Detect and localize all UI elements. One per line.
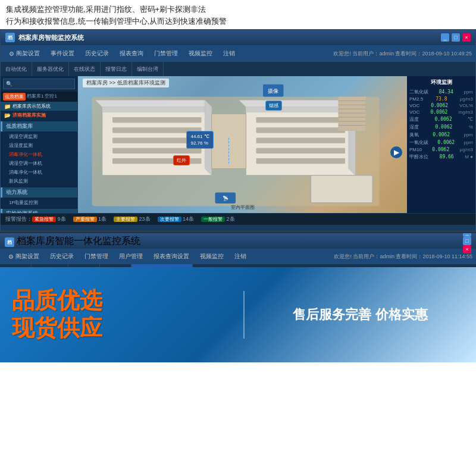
env-row-voc1: VOC 0.0062 VOL% xyxy=(409,103,473,108)
tab-air-ctrl[interactable]: 空控1 xyxy=(45,93,57,101)
menu-tab-auto[interactable]: 自动优化 xyxy=(1,62,32,76)
nav2-item-label: 阁架设置 xyxy=(15,252,39,261)
alarm-badge: 严重报警 1条 xyxy=(73,215,107,223)
nav-item-label: 门禁管理 xyxy=(154,49,178,58)
sidebar-item-system[interactable]: 📁 档案库房示范系统 xyxy=(1,102,77,111)
tab-archive-demo[interactable]: 档案库1 xyxy=(27,93,43,101)
nav2-item-door[interactable]: 门禁管理 xyxy=(80,251,113,262)
close-button[interactable]: × xyxy=(462,33,471,42)
promo-right-text: 售后服务完善 价格实惠 xyxy=(250,306,470,324)
breadcrumb: 档案库房 >> 低质档案库环境监测 xyxy=(83,79,169,87)
sidebar-item-purify1[interactable]: 消毒净化一体机 xyxy=(5,150,77,159)
alarm-items: 紧急报警 9条 严重报警 1条 主要报警 23条 次要报警 14条 一般报警 2… xyxy=(32,215,235,223)
sidebar-item-humidity-machine[interactable]: 调湿空调一体机 xyxy=(5,159,77,168)
title-left-2: 档 档案库房智能一体化监控系统 xyxy=(5,235,140,248)
app-title-1: 档案库房智能监控系统 xyxy=(18,33,84,42)
env-row-temp: 温度 0.0062 ℃ xyxy=(409,116,473,123)
top-text-area: 集成视频监控管理功能,采用进门指纹、密码+刷卡探测非法 行为和接收报警信息,统一… xyxy=(0,0,476,29)
map-legend: 室内平面图 xyxy=(231,204,255,211)
svg-rect-18 xyxy=(256,138,346,143)
svg-rect-16 xyxy=(256,117,346,123)
sidebar-item-ventilation[interactable]: 新风监测 xyxy=(5,177,77,186)
nav2-item-label: 用户管理 xyxy=(119,252,143,261)
svg-rect-20 xyxy=(256,158,346,164)
ir-label: 红外 xyxy=(177,158,186,163)
sidebar-item-humidity-ctrl[interactable]: 调湿空调监测 xyxy=(5,132,77,141)
nav-bar-1: ⚙ 阁架设置 事件设置 历史记录 报表查询 门禁管理 视频监控 注销 欢迎您! … xyxy=(1,45,475,62)
title-bar-1: 档 档案库房智能监控系统 _ □ × xyxy=(1,30,475,45)
sidebar-item-power[interactable]: 1F电量监控测 xyxy=(5,198,77,207)
app-logo-icon-2: 档 xyxy=(5,237,14,247)
env-monitoring-panel: 环境监测 二氧化碳 84.34 ppm PM2.5 73.8 μg/m3 VOC… xyxy=(407,76,475,213)
env-row-co: 一氧化碳 0.0062 ppm xyxy=(409,139,473,146)
nav-item-label: 报表查询 xyxy=(120,49,143,58)
svg-rect-10 xyxy=(311,176,373,203)
nav-item-event[interactable]: 事件设置 xyxy=(46,48,79,59)
alarm-status-bar: 报警报告： 紧急报警 9条 严重报警 1条 主要报警 23条 次要报警 14条 … xyxy=(1,213,475,225)
nav-item-video[interactable]: 视频监控 xyxy=(184,48,217,59)
inner-screenshot-2: 档 档案库房智能一体化监控系统 _ □ × ⚙ 阁架设置 历史记录 门禁管理 用… xyxy=(0,233,476,266)
nav-item-report[interactable]: 报表查询 xyxy=(115,48,148,59)
gear-icon: ⚙ xyxy=(9,51,14,57)
minimize-button-2[interactable]: _ xyxy=(463,231,471,237)
promo-left: 品质优选 现货供应 xyxy=(0,281,243,347)
nav2-item-label: 门禁管理 xyxy=(84,252,108,261)
left-sidebar: 低质档案 档案库1 空控1 📁 档案库房示范系统 📂 济南档案库实施 低质档案库… xyxy=(1,76,78,213)
screenshot-2: 档 档案库房智能一体化监控系统 _ □ × ⚙ 阁架设置 历史记录 门禁管理 用… xyxy=(0,231,476,362)
svg-rect-14 xyxy=(112,148,202,154)
alarm-badge: 次要报警 14条 xyxy=(158,215,195,223)
sidebar-item-temp-humidity[interactable]: 温湿度监测 xyxy=(5,141,77,150)
env-panel-title: 环境监测 xyxy=(409,79,473,86)
title-left: 档 档案库房智能监控系统 xyxy=(5,33,84,42)
nav2-item-video[interactable]: 视频监控 xyxy=(195,251,228,262)
window-controls: _ □ × xyxy=(441,33,471,42)
nav2-item-user[interactable]: 用户管理 xyxy=(114,251,148,262)
sidebar-search-input[interactable] xyxy=(3,79,75,89)
alarm-badge: 紧急报警 9条 xyxy=(32,215,66,223)
app-logo-icon: 档 xyxy=(5,33,15,42)
svg-text:摄像: 摄像 xyxy=(268,88,278,94)
maximize-button-2[interactable]: □ xyxy=(463,237,471,245)
sidebar-item-purify2[interactable]: 消毒净化一体机 xyxy=(5,168,77,177)
menu-tab-bar: 自动优化 服务器优化 在线状态 报警日志 编制台湾 xyxy=(1,62,475,76)
nav2-item-logout[interactable]: 注销 xyxy=(230,251,251,262)
nav-item-door[interactable]: 门禁管理 xyxy=(149,48,183,59)
smoke-sensor-tag: 烟感 xyxy=(265,101,282,111)
svg-rect-11 xyxy=(112,117,202,123)
sidebar-section-power: 动力系统 xyxy=(1,187,77,198)
nav-arrow-right[interactable]: ▶ xyxy=(390,146,402,158)
promo-right: 售后服务完善 价格实惠 xyxy=(245,300,476,330)
tab-low-archive[interactable]: 低质档案 xyxy=(3,93,26,101)
nav-item-history[interactable]: 历史记录 xyxy=(80,48,114,59)
env-row-voc2: VOC 0.0062 mg/m3 xyxy=(409,109,473,115)
svg-rect-2 xyxy=(102,107,212,112)
nav-item-gear[interactable]: ⚙ 阁架设置 xyxy=(4,48,45,59)
menu-tab-online[interactable]: 在线状态 xyxy=(69,62,101,76)
minimize-button[interactable]: _ xyxy=(441,33,449,42)
menu-tab-taiwan[interactable]: 编制台湾 xyxy=(132,62,164,76)
promo-line2: 现货供应 xyxy=(12,315,231,342)
nav-bar-2: ⚙ 阁架设置 历史记录 门禁管理 用户管理 报表查询设置 视频监控 注销 欢迎您 xyxy=(0,249,476,264)
svg-rect-19 xyxy=(256,148,346,154)
sidebar-item-jinan[interactable]: 📂 济南档案库实施 xyxy=(1,111,77,120)
promo-big-text: 品质优选 现货供应 xyxy=(12,287,231,342)
maximize-button[interactable]: □ xyxy=(452,33,460,42)
env-row-ozone: 臭氧 0.0062 ppm xyxy=(409,131,473,138)
nav-item-logout[interactable]: 注销 xyxy=(218,48,240,59)
top-text-line2: 行为和接收报警信息,统一传输到管理中心,从而达到快速准确预警 xyxy=(6,15,470,27)
nav2-right-info: 欢迎您! 当前用户：admin 查看时间：2018-09-10 11:14:55 xyxy=(334,253,472,261)
ir-sensor-tag: 红外 xyxy=(173,155,190,165)
sidebar-section-low: 低质档案库 xyxy=(1,121,77,131)
folder-icon: 📂 xyxy=(4,112,11,118)
svg-text:📡: 📡 xyxy=(223,195,229,201)
nav2-item-gear[interactable]: ⚙ 阁架设置 xyxy=(4,251,44,262)
svg-rect-17 xyxy=(256,127,346,133)
temp-sensor-tag: 44.61 ℃92.76 % xyxy=(186,131,213,149)
top-text-line1: 集成视频监控管理功能,采用进门指纹、密码+刷卡探测非法 xyxy=(6,4,470,15)
nav-item-label: 事件设置 xyxy=(51,49,74,58)
svg-marker-3 xyxy=(95,100,212,107)
menu-tab-alarm[interactable]: 报警日志 xyxy=(101,62,132,76)
nav2-item-report[interactable]: 报表查询设置 xyxy=(149,251,194,262)
nav2-item-history[interactable]: 历史记录 xyxy=(45,251,79,262)
menu-tab-server[interactable]: 服务器优化 xyxy=(32,62,69,76)
